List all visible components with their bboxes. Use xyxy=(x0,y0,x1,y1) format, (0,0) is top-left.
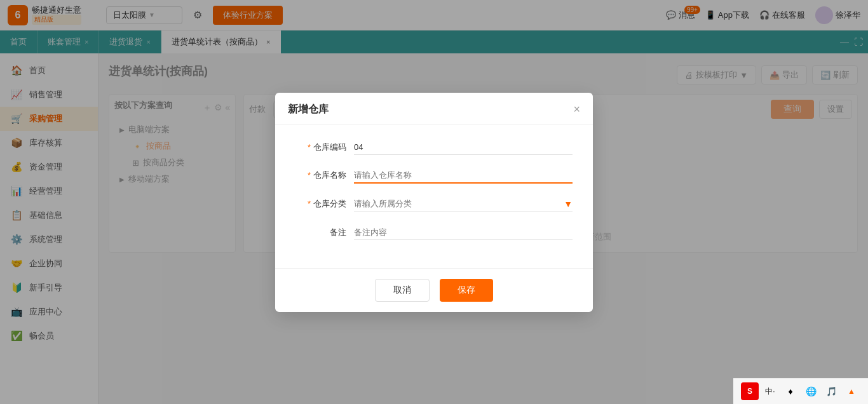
category-input[interactable] xyxy=(354,199,564,208)
modal-close-button[interactable]: × xyxy=(573,103,580,116)
required-mark-code: * xyxy=(308,142,311,152)
required-mark-category: * xyxy=(308,199,311,208)
name-input[interactable] xyxy=(354,168,573,184)
network-icon[interactable]: 🌐 xyxy=(802,382,820,400)
form-row-category: *仓库分类 ▼ xyxy=(295,196,573,212)
category-select-row[interactable]: ▼ xyxy=(354,196,573,212)
form-row-note: 备注 xyxy=(295,225,573,240)
note-label: 备注 xyxy=(295,227,346,238)
new-warehouse-modal: 新增仓库 × *仓库编码 *仓库名称 *仓库分类 xyxy=(275,93,593,312)
modal-footer: 取消 保存 xyxy=(275,268,593,312)
sougou-icon[interactable]: S xyxy=(741,382,759,400)
note-input[interactable] xyxy=(354,225,573,240)
modal-header: 新增仓库 × xyxy=(275,93,593,125)
punctuation-icon[interactable]: ♦ xyxy=(782,382,799,400)
cancel-button[interactable]: 取消 xyxy=(375,279,430,302)
category-label: *仓库分类 xyxy=(295,198,346,210)
category-dropdown-icon: ▼ xyxy=(564,199,573,209)
chinese-mode-icon[interactable]: 中· xyxy=(761,382,779,400)
bottom-bar: S 中· ♦ 🌐 🎵 ▲ xyxy=(733,378,868,404)
form-row-code: *仓库编码 xyxy=(295,140,573,155)
required-mark-name: * xyxy=(308,170,311,180)
modal-title: 新增仓库 xyxy=(288,103,329,116)
modal-body: *仓库编码 *仓库名称 *仓库分类 ▼ xyxy=(275,125,593,268)
toolbar-icon[interactable]: ▲ xyxy=(843,382,860,400)
name-label: *仓库名称 xyxy=(295,170,346,181)
save-button[interactable]: 保存 xyxy=(440,279,493,302)
form-row-name: *仓库名称 xyxy=(295,168,573,184)
code-label: *仓库编码 xyxy=(295,142,346,153)
audio-icon[interactable]: 🎵 xyxy=(822,382,840,400)
code-input[interactable] xyxy=(354,140,573,155)
modal-backdrop: 新增仓库 × *仓库编码 *仓库名称 *仓库分类 xyxy=(0,0,868,404)
